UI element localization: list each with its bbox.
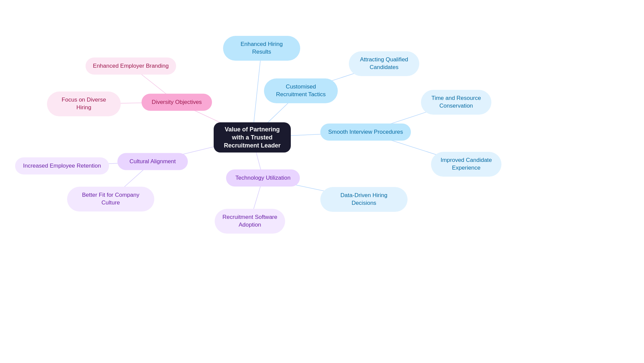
node-recruitment-software: Recruitment Software Adoption (215, 209, 285, 234)
node-company-culture: Better Fit for Company Culture (67, 187, 154, 211)
node-diversity: Diversity Objectives (142, 94, 212, 111)
node-employee-retention: Increased Employee Retention (15, 158, 109, 175)
node-cultural-alignment: Cultural Alignment (117, 153, 188, 170)
node-data-driven: Data-Driven Hiring Decisions (320, 187, 408, 212)
node-diverse-hiring: Focus on Diverse Hiring (47, 92, 121, 116)
node-improved-candidate: Improved Candidate Experience (431, 152, 501, 177)
node-customised-tactics: Customised Recruitment Tactics (264, 78, 338, 103)
node-time-resource: Time and Resource Conservation (421, 90, 491, 115)
node-technology: Technology Utilization (226, 170, 300, 187)
node-attracting-candidates: Attracting Qualified Candidates (349, 51, 419, 76)
center-node: Value of Partnering with a Trusted Recru… (214, 122, 291, 153)
mindmap-container: Value of Partnering with a Trusted Recru… (0, 0, 644, 363)
node-employer-branding: Enhanced Employer Branding (86, 58, 176, 75)
node-smooth-interview: Smooth Interview Procedures (320, 124, 411, 141)
connections-svg (0, 0, 644, 363)
node-enhanced-hiring: Enhanced Hiring Results (223, 36, 300, 61)
